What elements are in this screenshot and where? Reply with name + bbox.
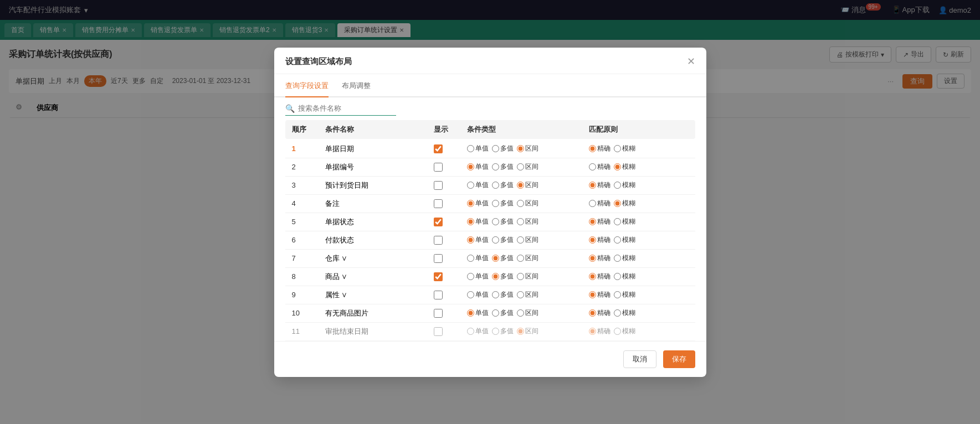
modal-overlay: 设置查询区域布局 ✕ 查询字段设置 布局调整 🔍: [0, 0, 980, 424]
match-rule-5: 精确 模糊: [589, 217, 689, 226]
table-row: 3 预计到货日期 单值 多值 区间 精确 模糊: [285, 177, 695, 195]
match-rule-4: 精确 模糊: [589, 199, 689, 208]
display-cb-6[interactable]: [434, 236, 443, 245]
cond-type-8: 单值 多值 区间: [467, 272, 589, 281]
table-row: 7 仓库 ∨ 单值 多值 区间 精确 模糊: [285, 250, 695, 268]
cond-type-3: 单值 多值 区间: [467, 180, 589, 190]
search-input[interactable]: [298, 104, 392, 112]
cond-type-6: 单值 多值 区间: [467, 235, 589, 245]
cond-type-1: 单值 多值 区间: [467, 144, 589, 153]
table-row: 8 商品 ∨ 单值 多值 区间 精确 模糊: [285, 268, 695, 286]
match-rule-9: 精确 模糊: [589, 290, 689, 299]
match-rule-3: 精确 模糊: [589, 180, 689, 190]
match-rule-10: 精确 模糊: [589, 308, 689, 318]
table-row: 2 单据编号 单值 多值 区间 精确 模糊: [285, 158, 695, 177]
cond-type-5: 单值 多值 区间: [467, 217, 589, 226]
search-icon: 🔍: [285, 104, 295, 113]
display-cb-2[interactable]: [434, 163, 443, 172]
table-row: 9 属性 ∨ 单值 多值 区间 精确 模糊: [285, 286, 695, 304]
dialog-search-area: 🔍: [274, 97, 706, 120]
match-rule-6: 精确 模糊: [589, 235, 689, 245]
dialog-footer: 取消 保存: [274, 341, 706, 377]
table-row: 1 单据日期 单值 多值 区间 精确 模糊: [285, 140, 695, 158]
display-cb-9[interactable]: [434, 291, 443, 299]
save-btn[interactable]: 保存: [663, 350, 695, 368]
cond-type-10: 单值 多值 区间: [467, 308, 589, 318]
display-cb-10[interactable]: [434, 309, 443, 318]
tab-query-fields[interactable]: 查询字段设置: [285, 81, 329, 97]
display-cb-8[interactable]: [434, 272, 443, 281]
table-row: 10 有无商品图片 单值 多值 区间 精确 模糊: [285, 304, 695, 323]
conditions-table: 顺序 条件名称 显示 条件类型 匹配原则 1 单据日期 单值 多值 区间: [274, 120, 706, 341]
match-rule-2: 精确 模糊: [589, 162, 689, 172]
table-row: 11 审批结束日期 单值 多值 区间 精确 模糊: [285, 323, 695, 341]
cond-type-4: 单值 多值 区间: [467, 199, 589, 208]
tab-layout-adjust[interactable]: 布局调整: [342, 81, 371, 97]
display-cb-3[interactable]: [434, 181, 443, 190]
cond-type-2: 单值 多值 区间: [467, 162, 589, 172]
display-cb-7[interactable]: [434, 254, 443, 263]
dialog-close-btn[interactable]: ✕: [687, 56, 695, 66]
match-rule-7: 精确 模糊: [589, 254, 689, 263]
cond-type-9: 单值 多值 区间: [467, 290, 589, 299]
table-row: 5 单据状态 单值 多值 区间 精确 模糊: [285, 213, 695, 231]
table-row: 4 备注 单值 多值 区间 精确 模糊: [285, 195, 695, 213]
display-cb-1[interactable]: [434, 144, 443, 153]
dialog-header: 设置查询区域布局 ✕: [274, 48, 706, 74]
match-rule-1: 精确 模糊: [589, 144, 689, 153]
match-rule-11: 精确 模糊: [589, 327, 689, 336]
display-cb-4[interactable]: [434, 199, 443, 208]
cond-type-11: 单值 多值 区间: [467, 327, 589, 336]
dialog: 设置查询区域布局 ✕ 查询字段设置 布局调整 🔍: [274, 48, 706, 377]
cancel-btn[interactable]: 取消: [623, 350, 656, 368]
dialog-tab-bar: 查询字段设置 布局调整: [274, 74, 706, 97]
display-cb-5[interactable]: [434, 218, 443, 226]
cond-table-header: 顺序 条件名称 显示 条件类型 匹配原则: [285, 120, 695, 139]
search-wrap: 🔍: [285, 104, 396, 116]
display-cb-11[interactable]: [434, 327, 443, 336]
dialog-body: 查询字段设置 布局调整 🔍 顺序 条件名称 显示: [274, 74, 706, 341]
dialog-title: 设置查询区域布局: [285, 56, 352, 67]
cond-type-7: 单值 多值 区间: [467, 254, 589, 263]
table-row: 6 付款状态 单值 多值 区间 精确 模糊: [285, 231, 695, 250]
match-rule-8: 精确 模糊: [589, 272, 689, 281]
